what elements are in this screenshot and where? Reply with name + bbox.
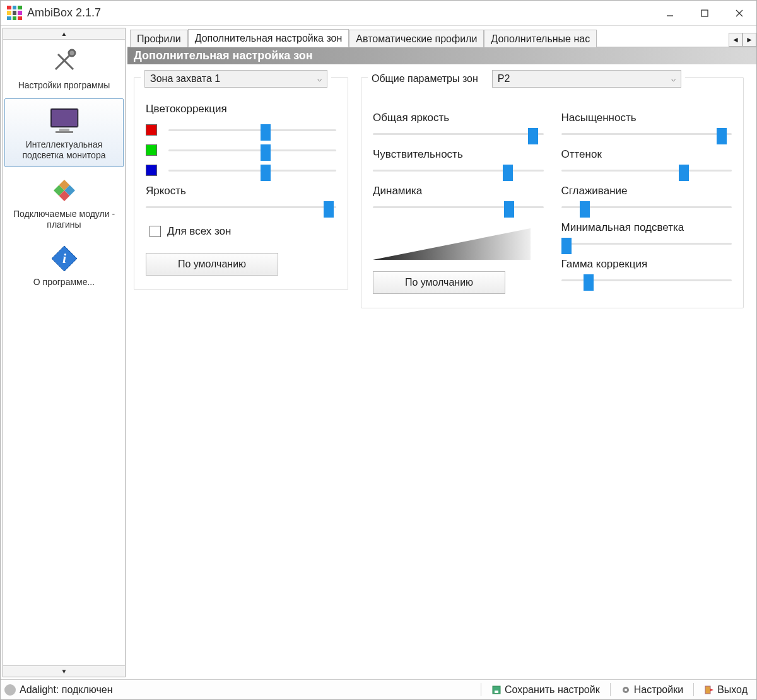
tab-scroll-right[interactable]: ► (742, 33, 756, 47)
global-brightness-label: Общая яркость (373, 112, 544, 124)
tools-icon (47, 46, 82, 78)
svg-rect-1 (701, 10, 708, 16)
zone-select[interactable]: Зона захвата 1 ⌵ (144, 70, 327, 88)
profile-select[interactable]: P2 ⌵ (492, 70, 681, 88)
sidebar-item-intelligent-backlight[interactable]: Интеллектуальная подсветка монитора (4, 98, 124, 168)
svg-rect-8 (52, 110, 77, 126)
global-legend: Общие параметры зон (372, 73, 478, 85)
app-window: AmbiBox 2.1.7 ▲ Настройки программы (0, 0, 757, 700)
min-backlight-label: Минимальная подсветка (561, 221, 732, 234)
svg-line-4 (56, 54, 71, 69)
info-icon: i (47, 243, 82, 274)
chevron-down-icon: ⌵ (671, 74, 676, 83)
sidebar-item-program-settings[interactable]: Настройки программы (3, 40, 125, 97)
zone-default-button[interactable]: По умолчанию (146, 253, 278, 276)
svg-marker-23 (710, 689, 713, 691)
maximize-button[interactable] (687, 1, 722, 25)
settings-button[interactable]: Настройки (616, 680, 688, 699)
puzzle-icon (47, 175, 82, 206)
minimize-button[interactable] (652, 1, 687, 25)
brightness-label: Яркость (146, 185, 336, 197)
svg-point-6 (69, 50, 75, 56)
statusbar: Adalight: подключен Сохранить настройк Н… (1, 679, 756, 699)
svg-rect-10 (56, 131, 73, 133)
svg-marker-17 (373, 228, 531, 260)
app-icon (7, 6, 22, 21)
sidebar-scroll-down[interactable]: ▼ (3, 665, 125, 677)
tab-additional[interactable]: Дополнительные нас (484, 30, 597, 47)
sidebar-item-plugins[interactable]: Подключаемые модули - плагины (3, 168, 125, 236)
status-text: Adalight: подключен (20, 684, 113, 696)
svg-point-21 (625, 689, 627, 691)
global-default-button[interactable]: По умолчанию (373, 271, 505, 294)
saturation-label: Насыщенность (561, 112, 732, 124)
green-swatch (146, 144, 157, 156)
brightness-slider[interactable] (146, 201, 336, 213)
sidebar-item-label: Интеллектуальная подсветка монитора (8, 139, 120, 161)
all-zones-label: Для всех зон (167, 225, 231, 238)
sensitivity-label: Чувствительность (373, 148, 544, 161)
status-icon (4, 684, 16, 696)
close-button[interactable] (722, 1, 756, 25)
zone-group: Зона захвата 1 ⌵ Цветокоррекция (134, 77, 348, 290)
red-slider[interactable] (168, 124, 336, 136)
section-header: Дополнительная настройка зон (127, 47, 756, 64)
app-title: AmbiBox 2.1.7 (27, 6, 101, 20)
hue-slider[interactable] (561, 165, 732, 176)
green-slider[interactable] (168, 144, 336, 156)
profile-select-value: P2 (498, 73, 510, 85)
sidebar-item-about[interactable]: i О программе... (3, 236, 125, 294)
tab-strip: Профили Дополнительная настройка зон Авт… (127, 26, 756, 47)
gamma-slider[interactable] (561, 274, 732, 286)
tab-profiles[interactable]: Профили (130, 30, 188, 47)
hue-label: Оттенок (561, 148, 732, 161)
gear-icon (621, 685, 631, 695)
red-swatch (146, 124, 157, 136)
monitor-icon (47, 105, 82, 137)
titlebar: AmbiBox 2.1.7 (1, 1, 756, 26)
gamma-label: Гамма коррекция (561, 258, 732, 271)
sensitivity-slider[interactable] (373, 165, 544, 176)
svg-rect-19 (495, 691, 498, 693)
blue-slider[interactable] (168, 165, 336, 176)
tab-auto-profiles[interactable]: Автоматические профили (349, 30, 484, 47)
sidebar-item-label: Подключаемые модули - плагины (6, 209, 122, 230)
exit-button[interactable]: Выход (699, 680, 753, 699)
sidebar-scroll-up[interactable]: ▲ (3, 28, 125, 40)
global-brightness-slider[interactable] (373, 128, 544, 139)
save-icon (491, 685, 502, 695)
exit-icon (704, 685, 714, 695)
sidebar-item-label: О программе... (6, 277, 122, 288)
min-backlight-slider[interactable] (561, 238, 732, 249)
all-zones-checkbox[interactable] (150, 226, 161, 237)
global-group: Общие параметры зон P2 ⌵ Общая яркость Ч… (361, 77, 744, 308)
save-settings-button[interactable]: Сохранить настройк (486, 680, 605, 699)
color-correction-title: Цветокоррекция (146, 103, 336, 115)
smoothing-label: Сглаживание (561, 185, 732, 197)
sidebar: ▲ Настройки программы Интеллектуальная п… (3, 28, 126, 677)
svg-rect-9 (59, 129, 69, 131)
svg-text:i: i (62, 250, 66, 266)
tab-scroll-left[interactable]: ◄ (729, 33, 742, 47)
dynamics-triangle (373, 225, 544, 265)
sidebar-item-label: Настройки программы (6, 80, 122, 91)
smoothing-slider[interactable] (561, 201, 732, 213)
zone-select-value: Зона захвата 1 (150, 73, 220, 85)
dynamics-slider[interactable] (373, 201, 544, 213)
blue-swatch (146, 165, 157, 176)
svg-rect-22 (705, 686, 710, 694)
saturation-slider[interactable] (561, 128, 732, 139)
dynamics-label: Динамика (373, 185, 544, 197)
chevron-down-icon: ⌵ (317, 74, 322, 83)
tab-zone-settings[interactable]: Дополнительная настройка зон (188, 29, 349, 47)
